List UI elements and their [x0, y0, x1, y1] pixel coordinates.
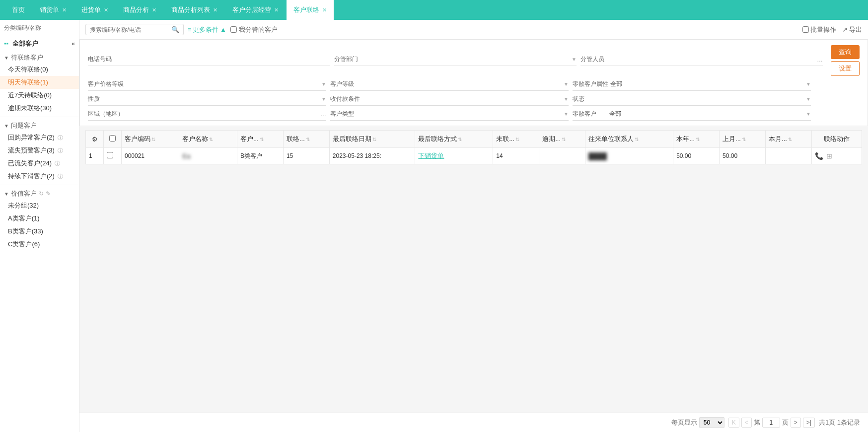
my-customers-checkbox[interactable]: 我分管的客户 [230, 25, 278, 34]
collapse-icon[interactable]: « [72, 40, 75, 47]
th-checkbox [104, 131, 122, 148]
dropdown-icon[interactable]: ▼ [806, 81, 811, 87]
setting-button[interactable]: 设置 [831, 61, 860, 76]
nav-product-analysis[interactable]: 商品分析 ✕ [116, 0, 163, 20]
sidebar-item-ungrouped[interactable]: 未分组(32) [0, 199, 79, 212]
nav-sales[interactable]: 销货单 ✕ [33, 0, 73, 20]
pagination-nav: K < 第 页 > >| [728, 418, 815, 428]
filter-department: 分管部门 ▼ [334, 55, 577, 66]
info-icon: ⓘ [58, 173, 63, 180]
more-icon[interactable]: … [817, 56, 823, 63]
sort-icon[interactable]: ⇅ [515, 137, 519, 142]
dropdown-icon[interactable]: ▼ [806, 96, 811, 102]
nav-customer-segment[interactable]: 客户分层经营 ✕ [225, 0, 286, 20]
select-all-checkbox[interactable] [109, 135, 116, 142]
content-area: 🔍 ≡ 更多条件 ▲ 我分管的客户 批量操作 ↗ [79, 20, 868, 432]
nav-purchase[interactable]: 进货单 ✕ [74, 0, 115, 20]
sort-icon[interactable]: ⇅ [562, 137, 566, 142]
cell-this-month [766, 148, 812, 164]
more-action-icon[interactable]: ⊞ [826, 152, 832, 160]
sort-icon[interactable]: ⇅ [306, 137, 310, 142]
next-page-button[interactable]: > [791, 418, 801, 428]
cell-type: B类客户 [237, 148, 283, 164]
arrow-icon: ▼ [4, 55, 9, 61]
sidebar-all-customers[interactable]: ▪▪ 全部客户 « [0, 36, 79, 51]
filter-row-2: 客户价格等级 ▼ 客户等级 ▼ 零散客户属性 全部 ▼ [88, 80, 860, 91]
dropdown-icon[interactable]: ▼ [572, 57, 577, 62]
data-table: ⚙ 客户编码 ⇅ [85, 130, 862, 164]
first-page-button[interactable]: K [728, 418, 739, 428]
sort-icon[interactable]: ⇅ [209, 137, 213, 142]
close-icon[interactable]: ✕ [274, 7, 279, 13]
sidebar-item-a-class[interactable]: A类客户(1) [0, 212, 79, 225]
my-customers-check[interactable] [230, 26, 237, 33]
sidebar-item-loss-warning[interactable]: 流失预警客户(3) ⓘ [0, 144, 79, 157]
sort-icon[interactable]: ⇅ [151, 137, 155, 142]
info-icon: ⓘ [58, 147, 63, 154]
sidebar-item-overdue[interactable]: 逾期未联络(30) [0, 102, 79, 115]
search-icon[interactable]: 🔍 [171, 26, 179, 33]
last-page-button[interactable]: >| [803, 418, 815, 428]
nav-customer-contact[interactable]: 客户联络 ✕ [287, 0, 334, 20]
prev-page-button[interactable]: < [741, 418, 752, 428]
nav-product-analysis-list[interactable]: 商品分析列表 ✕ [164, 0, 224, 20]
row-checkbox[interactable] [107, 152, 113, 158]
sidebar-group-pending[interactable]: ▼ 待联络客户 [0, 51, 79, 63]
sidebar-item-week[interactable]: 近7天待联络(0) [0, 89, 79, 102]
sidebar-item-declining[interactable]: 持续下滑客户(2) ⓘ [0, 170, 79, 183]
sort-icon[interactable]: ⇅ [260, 137, 264, 142]
sidebar-item-c-class[interactable]: C类客户(6) [0, 238, 79, 251]
dropdown-icon[interactable]: ▼ [321, 81, 326, 87]
page-size-select[interactable]: 50 100 200 [699, 417, 724, 428]
sidebar-group-problem[interactable]: ▼ 问题客户 [0, 119, 79, 131]
sort-icon[interactable]: ⇅ [635, 137, 639, 142]
dropdown-icon[interactable]: ▼ [321, 96, 326, 102]
info-icon: ⓘ [58, 134, 63, 142]
dropdown-icon[interactable]: ▼ [564, 111, 569, 117]
filter-price-level: 客户价格等级 ▼ [88, 80, 326, 91]
sort-icon[interactable]: ⇅ [458, 137, 462, 142]
gear-icon[interactable]: ⚙ [92, 136, 98, 143]
edit-icon[interactable]: ✎ [46, 190, 51, 197]
sidebar-item-tomorrow[interactable]: 明天待联络(1) [0, 76, 79, 89]
dropdown-icon[interactable]: ▼ [564, 96, 569, 102]
arrow-icon: ▼ [4, 123, 9, 129]
sidebar-item-repurchase-abnormal[interactable]: 回购异常客户(2) ⓘ [0, 131, 79, 144]
sidebar-search-input[interactable] [4, 24, 78, 31]
search-box: 🔍 [85, 24, 184, 35]
close-icon[interactable]: ✕ [322, 7, 327, 13]
phone-input[interactable] [123, 56, 330, 63]
batch-check[interactable] [802, 26, 809, 33]
more-icon[interactable]: … [320, 111, 326, 118]
sidebar-item-b-class[interactable]: B类客户(33) [0, 225, 79, 238]
page-input[interactable] [762, 418, 780, 428]
sort-icon[interactable]: ⇅ [372, 137, 376, 142]
query-button[interactable]: 查询 [831, 45, 860, 59]
sidebar-group-value[interactable]: ▼ 价值客户 ↻ ✎ [0, 187, 79, 199]
close-icon[interactable]: ✕ [62, 7, 67, 13]
cell-this-year: 50.00 [673, 148, 720, 164]
dropdown-icon[interactable]: ▼ [564, 81, 569, 87]
sidebar-item-lost[interactable]: 已流失客户(24) ⓘ [0, 157, 79, 170]
dropdown-icon[interactable]: ▼ [806, 111, 811, 117]
close-icon[interactable]: ✕ [152, 7, 156, 13]
th-action: 联络动作 [811, 131, 862, 148]
refresh-icon[interactable]: ↻ [39, 190, 44, 197]
contact-icon[interactable]: 📞 [815, 152, 823, 160]
close-icon[interactable]: ✕ [104, 7, 108, 13]
last-method-link[interactable]: 下销货单 [418, 152, 444, 159]
export-button[interactable]: ↗ 导出 [842, 25, 862, 34]
toolbar-right: 批量操作 ↗ 导出 [802, 25, 862, 34]
more-filter-button[interactable]: ≡ 更多条件 ▲ [188, 25, 226, 34]
top-navigation: 首页 销货单 ✕ 进货单 ✕ 商品分析 ✕ 商品分析列表 ✕ 客户分层经营 ✕ … [0, 0, 868, 20]
sort-icon[interactable]: ⇅ [788, 137, 792, 142]
search-input[interactable] [90, 26, 169, 33]
filter-retail-attr: 零散客户属性 全部 ▼ [573, 80, 811, 91]
close-icon[interactable]: ✕ [213, 7, 217, 13]
sort-icon[interactable]: ⇅ [696, 137, 700, 142]
nav-home[interactable]: 首页 [5, 0, 32, 20]
sort-icon[interactable]: ⇅ [742, 137, 746, 142]
filter-nature: 性质 ▼ [88, 95, 326, 106]
sidebar-item-today[interactable]: 今天待联络(0) [0, 63, 79, 76]
batch-operation-button[interactable]: 批量操作 [802, 25, 836, 34]
